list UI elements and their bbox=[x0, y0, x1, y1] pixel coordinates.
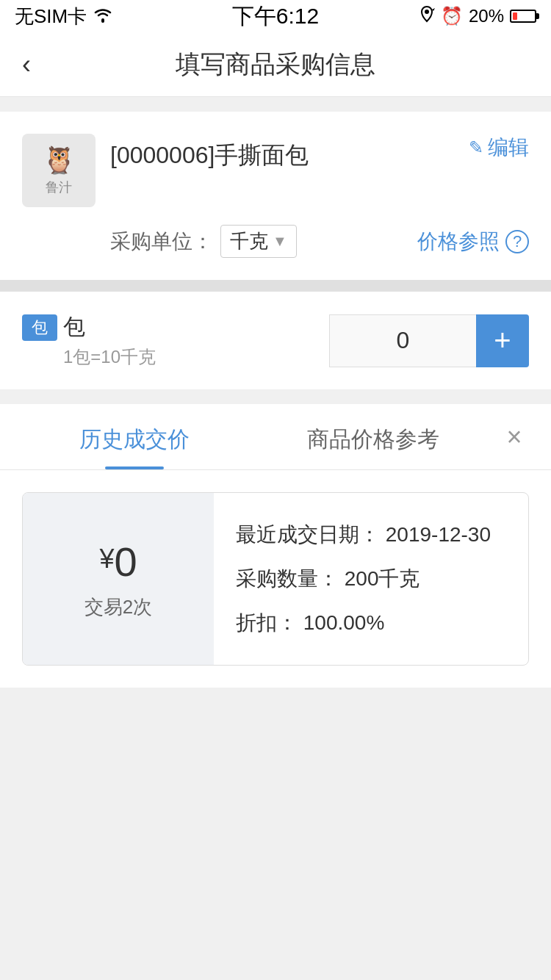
svg-point-0 bbox=[425, 10, 429, 14]
history-price-value: ¥ 0 bbox=[99, 538, 137, 586]
history-details-section: 最近成交日期： 2019-12-30 采购数量： 200千克 折扣： 100.0… bbox=[214, 493, 528, 665]
product-section: 🦉 鲁汁 [0000006]手撕面包 ✎ 编辑 采购单位： 千克 ▼ 价格参照 … bbox=[0, 112, 551, 280]
edit-label: 编辑 bbox=[488, 134, 529, 162]
unit-select[interactable]: 千克 ▼ bbox=[220, 225, 297, 258]
price-ref-label: 价格参照 bbox=[417, 228, 500, 256]
edit-button[interactable]: ✎ 编辑 bbox=[469, 134, 529, 162]
location-icon bbox=[419, 5, 435, 27]
battery-percent: 20% bbox=[469, 6, 504, 26]
quantity-input[interactable]: 0 bbox=[329, 314, 476, 367]
trade-count: 交易2次 bbox=[84, 594, 152, 620]
qty-label: 采购数量： bbox=[236, 567, 339, 590]
quantity-unit: 包 包 bbox=[22, 312, 156, 342]
history-content: ¥ 0 交易2次 最近成交日期： 2019-12-30 采购数量： 200千克 … bbox=[0, 470, 551, 688]
status-bar: 无SIM卡 下午6:12 ⏰ 20% bbox=[0, 0, 551, 32]
main-background bbox=[0, 688, 551, 980]
unit-label: 采购单位： 千克 ▼ bbox=[110, 225, 297, 258]
recent-date-value: 2019-12-30 bbox=[386, 523, 491, 546]
qty-value: 200千克 bbox=[345, 567, 420, 590]
product-header: 🦉 鲁汁 [0000006]手撕面包 ✎ 编辑 bbox=[22, 134, 529, 207]
quantity-conversion: 1包=10千克 bbox=[63, 345, 156, 369]
product-meta: 采购单位： 千克 ▼ 价格参照 ? bbox=[22, 225, 529, 258]
wifi-icon bbox=[93, 5, 113, 28]
purchase-qty-row: 采购数量： 200千克 bbox=[236, 563, 506, 594]
price-number: 0 bbox=[114, 538, 137, 586]
status-right: ⏰ 20% bbox=[419, 5, 536, 27]
product-left: 🦉 鲁汁 [0000006]手撕面包 bbox=[22, 134, 469, 207]
unit-value: 千克 bbox=[230, 228, 268, 254]
discount-row: 折扣： 100.00% bbox=[236, 608, 506, 638]
product-logo-text: 鲁汁 bbox=[46, 179, 72, 196]
edit-icon: ✎ bbox=[469, 137, 483, 158]
product-logo-icon: 🦉 bbox=[43, 145, 76, 176]
time-label: 下午6:12 bbox=[232, 1, 319, 32]
quantity-controls: 0 + bbox=[329, 314, 529, 367]
history-price-section: ¥ 0 交易2次 bbox=[23, 493, 214, 665]
tab-product-price[interactable]: 商品价格参考 bbox=[253, 404, 492, 469]
recent-date-row: 最近成交日期： 2019-12-30 bbox=[236, 519, 506, 550]
panel-close-button[interactable]: × bbox=[492, 415, 536, 459]
network-label: 无SIM卡 bbox=[15, 4, 87, 29]
help-icon: ? bbox=[505, 230, 529, 253]
product-thumbnail: 🦉 鲁汁 bbox=[22, 134, 96, 207]
discount-value: 100.00% bbox=[303, 611, 385, 634]
status-left: 无SIM卡 bbox=[15, 4, 113, 29]
discount-label: 折扣： bbox=[236, 611, 298, 634]
back-button[interactable]: ‹ bbox=[22, 49, 66, 80]
quantity-plus-button[interactable]: + bbox=[476, 314, 529, 367]
bottom-panel: 历史成交价 商品价格参考 × ¥ 0 交易2次 最近成交日期： 2019-12-… bbox=[0, 404, 551, 688]
tab-bar: 历史成交价 商品价格参考 × bbox=[0, 404, 551, 470]
history-card: ¥ 0 交易2次 最近成交日期： 2019-12-30 采购数量： 200千克 … bbox=[22, 492, 529, 666]
page-title: 填写商品采购信息 bbox=[176, 48, 375, 82]
currency-symbol: ¥ bbox=[99, 544, 114, 574]
nav-bar: ‹ 填写商品采购信息 bbox=[0, 32, 551, 97]
product-full-name: [0000006]手撕面包 bbox=[110, 134, 469, 172]
quantity-label: 包 包 1包=10千克 bbox=[22, 312, 156, 369]
tab-history-price[interactable]: 历史成交价 bbox=[15, 404, 253, 469]
section-divider bbox=[0, 280, 551, 292]
quantity-row: 包 包 1包=10千克 0 + bbox=[0, 292, 551, 389]
alarm-icon: ⏰ bbox=[441, 6, 463, 26]
battery-icon bbox=[510, 10, 536, 23]
dropdown-icon: ▼ bbox=[273, 233, 287, 250]
recent-date-label: 最近成交日期： bbox=[236, 523, 380, 546]
unit-icon-badge: 包 bbox=[22, 314, 57, 341]
price-reference-button[interactable]: 价格参照 ? bbox=[417, 228, 529, 256]
